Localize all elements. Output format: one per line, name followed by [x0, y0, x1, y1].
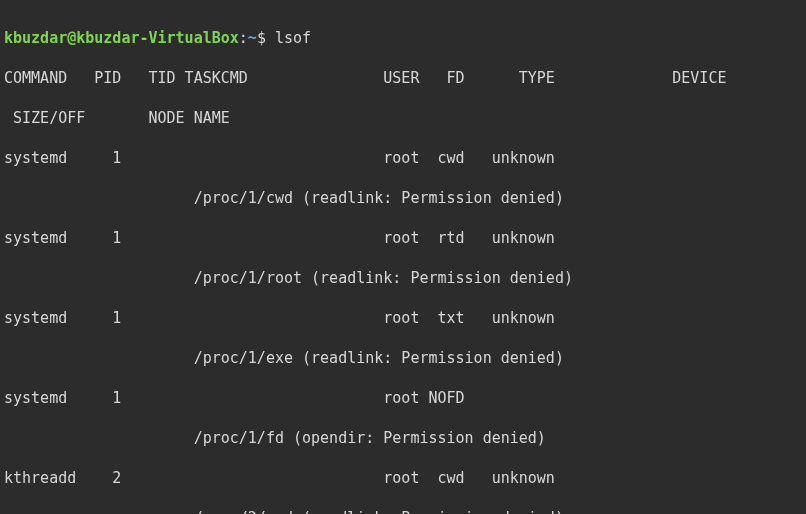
prompt-user-host: kbuzdar@kbuzdar-VirtualBox: [4, 29, 239, 47]
header-line-2: SIZE/OFF NODE NAME: [4, 108, 802, 128]
lsof-entry-main: systemd 1 root NOFD: [4, 388, 802, 408]
prompt-path: ~: [248, 29, 257, 47]
prompt-line[interactable]: kbuzdar@kbuzdar-VirtualBox:~$ lsof: [4, 28, 802, 48]
lsof-entry-detail: /proc/1/cwd (readlink: Permission denied…: [4, 188, 802, 208]
lsof-entry-main: kthreadd 2 root cwd unknown: [4, 468, 802, 488]
lsof-entry-main: systemd 1 root rtd unknown: [4, 228, 802, 248]
terminal-window[interactable]: kbuzdar@kbuzdar-VirtualBox:~$ lsof COMMA…: [0, 0, 806, 514]
lsof-entry-main: systemd 1 root txt unknown: [4, 308, 802, 328]
prompt-sep2: $: [257, 29, 275, 47]
lsof-entry-detail: /proc/1/root (readlink: Permission denie…: [4, 268, 802, 288]
lsof-entry-main: systemd 1 root cwd unknown: [4, 148, 802, 168]
lsof-entry-detail: /proc/1/exe (readlink: Permission denied…: [4, 348, 802, 368]
prompt-sep1: :: [239, 29, 248, 47]
command-text: lsof: [275, 29, 311, 47]
header-line-1: COMMAND PID TID TASKCMD USER FD TYPE DEV…: [4, 68, 802, 88]
lsof-entry-detail: /proc/1/fd (opendir: Permission denied): [4, 428, 802, 448]
lsof-entry-detail: /proc/2/cwd (readlink: Permission denied…: [4, 508, 802, 514]
